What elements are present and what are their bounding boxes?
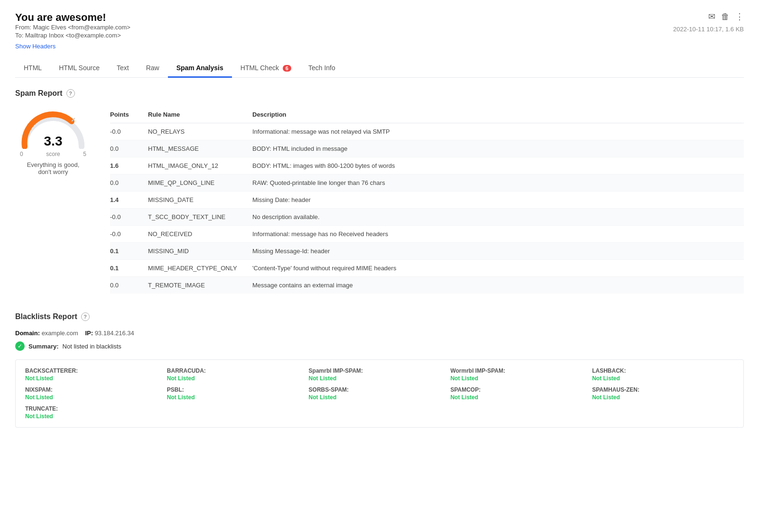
table-row: 0.0HTML_MESSAGEBODY: HTML included in me…: [110, 140, 744, 157]
spam-report-container: 3.3 0 score 5 Everything is good, don't …: [15, 106, 744, 294]
blacklist-value: Not Listed: [309, 394, 451, 401]
blacklist-value: Not Listed: [167, 375, 309, 382]
trash-icon[interactable]: 🗑: [721, 12, 730, 22]
table-row: 0.1MISSING_MIDMissing Message-Id: header: [110, 243, 744, 260]
blacklist-item: BARRACUDA:Not Listed: [167, 367, 309, 382]
blacklist-value: Not Listed: [25, 375, 167, 382]
gauge-caption: Everything is good, don't worry: [20, 161, 86, 175]
table-row: 0.0MIME_QP_LONG_LINERAW: Quoted-printabl…: [110, 174, 744, 192]
cell-points: 1.6: [110, 157, 148, 174]
blacklist-label: NIXSPAM:: [25, 386, 167, 393]
cell-rule: MIME_QP_LONG_LINE: [148, 174, 252, 192]
cell-description: Message contains an external image: [252, 277, 744, 294]
blacklist-item: Wormrbl IMP-SPAM:Not Listed: [450, 367, 592, 382]
tab-text[interactable]: Text: [108, 59, 138, 78]
gauge-max: 5: [83, 151, 86, 157]
cell-points: 1.4: [110, 192, 148, 209]
table-row: -0.0NO_RECEIVEDInformational: message ha…: [110, 226, 744, 243]
email-title: You are awesome!: [15, 11, 130, 24]
cell-points: 0.0: [110, 140, 148, 157]
cell-rule: NO_RECEIVED: [148, 226, 252, 243]
from-field: From: Magic Elves <from@example.com>: [15, 24, 130, 31]
tab-html[interactable]: HTML: [15, 59, 50, 78]
domain-value: example.com: [42, 330, 78, 337]
blacklist-item: Spamrbl IMP-SPAM:Not Listed: [309, 367, 451, 382]
blacklist-grid: BACKSCATTERER:Not ListedBARRACUDA:Not Li…: [15, 359, 744, 428]
table-row: -0.0NO_RELAYSInformational: message was …: [110, 123, 744, 140]
blacklist-item: SPAMHAUS-ZEN:Not Listed: [592, 386, 734, 401]
col-points: Points: [110, 106, 148, 123]
table-row: -0.0T_SCC_BODY_TEXT_LINENo description a…: [110, 209, 744, 226]
blacklists-help-icon[interactable]: ?: [81, 312, 90, 321]
gauge-container: 3.3 0 score 5 Everything is good, don't …: [15, 106, 91, 294]
ip-value: 93.184.216.34: [95, 330, 134, 337]
blacklist-label: Spamrbl IMP-SPAM:: [309, 367, 451, 374]
blacklist-value: Not Listed: [25, 413, 167, 420]
col-description: Description: [252, 106, 744, 123]
table-row: 0.1MIME_HEADER_CTYPE_ONLY'Content-Type' …: [110, 260, 744, 277]
html-check-badge: 6: [283, 65, 291, 72]
blacklist-label: BARRACUDA:: [167, 367, 309, 374]
spam-report-help-icon[interactable]: ?: [66, 89, 75, 98]
summary-row: ✓ Summary: Not listed in blacklists: [15, 341, 744, 351]
blacklists-section: Blacklists Report ? Domain: example.com …: [15, 312, 744, 428]
more-icon[interactable]: ⋮: [735, 11, 744, 22]
cell-rule: HTML_MESSAGE: [148, 140, 252, 157]
gauge-min: 0: [20, 151, 23, 157]
cell-description: Informational: message was not relayed v…: [252, 123, 744, 140]
ip-label: IP:: [85, 330, 93, 337]
cell-description: 'Content-Type' found without required MI…: [252, 260, 744, 277]
check-circle-icon: ✓: [15, 341, 25, 351]
spam-report-title: Spam Report ?: [15, 89, 744, 98]
blacklist-value: Not Listed: [592, 375, 734, 382]
cell-points: -0.0: [110, 123, 148, 140]
cell-points: -0.0: [110, 209, 148, 226]
blacklist-value: Not Listed: [450, 375, 592, 382]
cell-description: Missing Message-Id: header: [252, 243, 744, 260]
blacklist-item: SPAMCOP:Not Listed: [450, 386, 592, 401]
summary-value: Not listed in blacklists: [63, 343, 121, 350]
cell-points: -0.0: [110, 226, 148, 243]
cell-rule: T_REMOTE_IMAGE: [148, 277, 252, 294]
blacklist-value: Not Listed: [450, 394, 592, 401]
gauge-labels: 0 score 5: [20, 151, 86, 157]
table-row: 1.6HTML_IMAGE_ONLY_12BODY: HTML: images …: [110, 157, 744, 174]
domain-label: Domain:: [15, 330, 40, 337]
to-field: To: Mailtrap Inbox <to@example.com>: [15, 32, 130, 39]
cell-points: 0.1: [110, 260, 148, 277]
table-row: 0.0T_REMOTE_IMAGEMessage contains an ext…: [110, 277, 744, 294]
tabs-bar: HTML HTML Source Text Raw Spam Analysis …: [15, 59, 744, 78]
gauge-score: 3.3: [44, 134, 63, 149]
gauge-score-label: score: [46, 151, 60, 157]
tab-spam-analysis[interactable]: Spam Analysis: [168, 59, 232, 78]
header-actions: ✉ 🗑 ⋮: [708, 11, 744, 22]
blacklist-label: Wormrbl IMP-SPAM:: [450, 367, 592, 374]
blacklist-value: Not Listed: [309, 375, 451, 382]
table-row: 1.4MISSING_DATEMissing Date: header: [110, 192, 744, 209]
date-size: 2022-10-11 10:17, 1.6 KB: [673, 26, 744, 33]
show-headers-link[interactable]: Show Headers: [15, 43, 56, 50]
blacklist-label: PSBL:: [167, 386, 309, 393]
blacklist-item: TRUNCATE:Not Listed: [25, 405, 167, 420]
cell-rule: MISSING_DATE: [148, 192, 252, 209]
tab-html-source[interactable]: HTML Source: [50, 59, 108, 78]
blacklist-item: LASHBACK:Not Listed: [592, 367, 734, 382]
blacklist-label: SORBS-SPAM:: [309, 386, 451, 393]
cell-points: 0.1: [110, 243, 148, 260]
tab-tech-info[interactable]: Tech Info: [300, 59, 344, 78]
mail-icon[interactable]: ✉: [708, 11, 715, 22]
tab-html-check[interactable]: HTML Check 6: [232, 59, 300, 78]
email-header: You are awesome! From: Magic Elves <from…: [15, 11, 744, 50]
tab-raw[interactable]: Raw: [138, 59, 168, 78]
blacklist-label: LASHBACK:: [592, 367, 734, 374]
blacklist-item: SORBS-SPAM:Not Listed: [309, 386, 451, 401]
cell-rule: T_SCC_BODY_TEXT_LINE: [148, 209, 252, 226]
col-rule: Rule Name: [148, 106, 252, 123]
cell-rule: MIME_HEADER_CTYPE_ONLY: [148, 260, 252, 277]
cell-description: BODY: HTML included in message: [252, 140, 744, 157]
cell-rule: NO_RELAYS: [148, 123, 252, 140]
blacklist-value: Not Listed: [167, 394, 309, 401]
blacklists-title: Blacklists Report ?: [15, 312, 744, 321]
gauge-svg: 3.3: [20, 111, 86, 149]
blacklist-label: SPAMCOP:: [450, 386, 592, 393]
